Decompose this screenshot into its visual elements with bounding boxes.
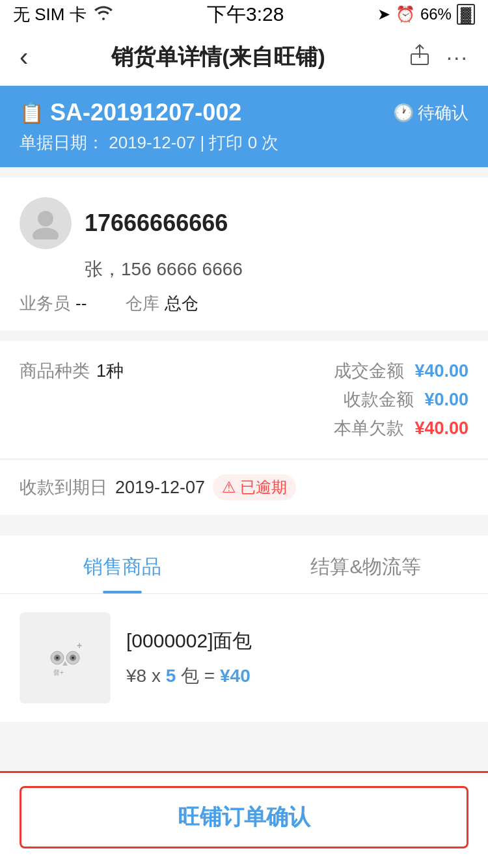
product-type-label: 商品种类 [20, 359, 90, 383]
tabs-bar: 销售商品 结算&物流等 [0, 536, 488, 594]
status-left: 无 SIM 卡 [13, 3, 114, 26]
product-type-value: 1种 [96, 359, 124, 383]
product-item: + 督+ [0000002]面包 ¥8 x 5 包 = ¥40 [0, 594, 488, 722]
customer-section: 17666666666 张，156 6666 6666 业务员 -- 仓库 总仓 [0, 178, 488, 331]
svg-point-8 [72, 657, 74, 659]
customer-meta: 业务员 -- 仓库 总仓 [20, 292, 468, 315]
sales-rep: 业务员 -- [20, 292, 87, 315]
status-right: ➤ ⏰ 66% ▓ [377, 4, 475, 25]
divider-1 [0, 331, 488, 341]
status-bar: 无 SIM 卡 下午3:28 ➤ ⏰ 66% ▓ [0, 0, 488, 29]
time-label: 下午3:28 [207, 1, 284, 28]
nav-icons: ··· [409, 44, 468, 70]
overdue-label: 已逾期 [240, 477, 287, 498]
customer-phone: 17666666666 [85, 210, 228, 237]
more-button[interactable]: ··· [446, 44, 468, 70]
order-id: 📋 SA-20191207-002 [20, 99, 241, 126]
divider-2 [0, 515, 488, 525]
due-date-section: 收款到期日 2019-12-07 ⚠ 已逾期 [0, 459, 488, 515]
tabs-section: 销售商品 结算&物流等 + 督+ [0 [0, 536, 488, 722]
back-button[interactable]: ‹ [20, 42, 28, 72]
product-name: [0000002]面包 [126, 628, 468, 655]
product-info: [0000002]面包 ¥8 x 5 包 = ¥40 [126, 628, 468, 688]
share-button[interactable] [409, 44, 431, 70]
confirm-btn-wrap: 旺铺订单确认 [0, 771, 488, 868]
due-date-value: 2019-12-07 [115, 478, 205, 498]
svg-text:督+: 督+ [53, 669, 64, 676]
product-price: ¥8 x 5 包 = ¥40 [126, 664, 468, 688]
received-amount: 收款金额 ¥0.00 [344, 388, 468, 411]
alarm-icon: ⏰ [396, 5, 415, 23]
overdue-badge: ⚠ 已逾期 [213, 474, 296, 500]
svg-point-1 [38, 211, 53, 226]
battery-icon: ▓ [457, 4, 475, 25]
tab-settlement[interactable]: 结算&物流等 [244, 536, 488, 593]
svg-point-2 [33, 228, 59, 239]
order-date: 单据日期： 2019-12-07 | 打印 0 次 [20, 131, 468, 154]
tab-sales[interactable]: 销售商品 [0, 536, 244, 593]
nav-bar: ‹ 销货单详情(来自旺铺) ··· [0, 29, 488, 86]
order-header: 📋 SA-20191207-002 🕐 待确认 单据日期： 2019-12-07… [0, 86, 488, 167]
avatar [20, 197, 72, 249]
confirm-order-button[interactable]: 旺铺订单确认 [20, 786, 468, 848]
transaction-amount: 成交金额 ¥40.00 [334, 359, 468, 383]
owed-amount: 本单欠款 ¥40.00 [334, 416, 468, 440]
warehouse: 仓库 总仓 [126, 292, 198, 315]
svg-text:+: + [77, 640, 82, 651]
clock-icon: 🕐 [393, 103, 414, 123]
carrier-label: 无 SIM 卡 [13, 3, 87, 26]
due-date-label: 收款到期日 [20, 476, 107, 499]
customer-name: 张，156 6666 6666 [85, 257, 468, 282]
wifi-icon [93, 5, 114, 25]
product-thumbnail: + 督+ [20, 612, 111, 703]
order-icon: 📋 [20, 102, 44, 124]
summary-amounts: 成交金额 ¥40.00 收款金额 ¥0.00 本单欠款 ¥40.00 [334, 359, 468, 440]
order-status: 🕐 待确认 [393, 102, 468, 124]
svg-marker-9 [62, 661, 68, 666]
summary-section: 商品种类 1种 成交金额 ¥40.00 收款金额 ¥0.00 本单欠款 ¥40.… [0, 341, 488, 458]
battery-label: 66% [420, 5, 452, 23]
warning-icon: ⚠ [222, 478, 236, 496]
page-title: 销货单详情(来自旺铺) [111, 42, 325, 72]
svg-point-7 [56, 657, 59, 659]
location-icon: ➤ [377, 5, 390, 23]
